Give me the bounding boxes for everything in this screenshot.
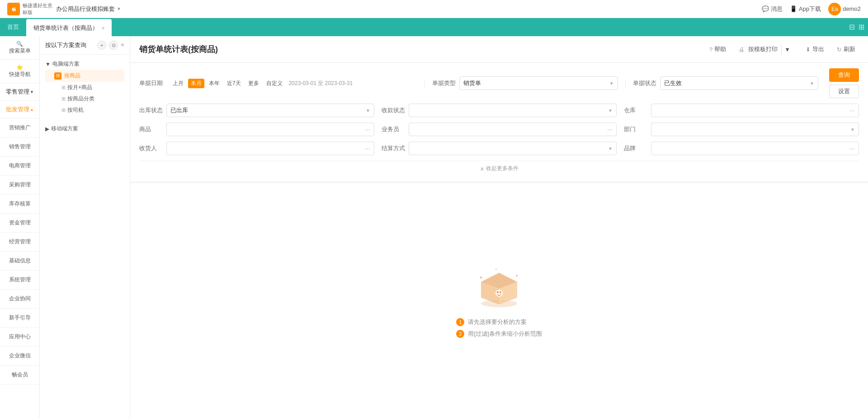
brand-control[interactable]: ··· bbox=[651, 142, 859, 155]
dept-label: 部门 bbox=[624, 125, 651, 133]
filter-collapse-btn[interactable]: « bbox=[121, 41, 124, 50]
sidebar-item-basic[interactable]: 基础信息 bbox=[0, 252, 39, 271]
date-quick-btns: 上月 本月 本年 近7天 更多 自定义 bbox=[170, 79, 285, 88]
sidebar-nav-label: 快捷导航 bbox=[4, 71, 36, 78]
sidebar-item-sales[interactable]: 销售管理 bbox=[0, 138, 39, 157]
collapse-arrow: ∧ bbox=[480, 166, 484, 172]
empty-state: ✦ ✦ ✦ 1 请先选择要分析的方案 2 用[过滤]条件来缩小分析范围 bbox=[130, 183, 868, 418]
svg-text:畅: 畅 bbox=[12, 7, 16, 12]
sidebar-item-member[interactable]: 畅会员 bbox=[0, 366, 39, 385]
salesman-control[interactable]: ··· bbox=[409, 123, 617, 136]
filter-settings-btn[interactable]: ⊙ bbox=[109, 41, 118, 50]
sidebar-nav[interactable]: ⭐ 快捷导航 bbox=[0, 60, 39, 83]
stock-status-value: 已出库 bbox=[170, 106, 366, 114]
sidebar-item-wholesale[interactable]: 批发管理 ▲ bbox=[0, 101, 39, 119]
message-btn[interactable]: 💬 消息 bbox=[762, 5, 783, 13]
dept-control[interactable]: ▼ bbox=[651, 123, 859, 136]
export-icon: ⬇ bbox=[806, 46, 811, 53]
sidebar-item-inventory[interactable]: 库存核算 bbox=[0, 195, 39, 214]
filter-group-desktop-arrow: ▼ bbox=[45, 61, 51, 67]
date-field: 单据日期 上月 本月 本年 近7天 更多 自定义 2023-03-01 至 20… bbox=[139, 79, 417, 88]
query-btn[interactable]: 查询 bbox=[829, 68, 859, 82]
right-actions: 查询 设置 bbox=[829, 68, 859, 98]
sidebar-item-guide[interactable]: 新手引导 bbox=[0, 309, 39, 328]
main-layout: 🔍 搜索菜单 ⭐ 快捷导航 零售管理 ▼ 批发管理 ▲ 营销推广 销售管理 电商… bbox=[0, 36, 868, 418]
date-btn-this-month[interactable]: 本月 bbox=[188, 79, 204, 88]
receiver-control[interactable]: ··· bbox=[166, 142, 374, 155]
sidebar-item-collab[interactable]: 企业协同 bbox=[0, 290, 39, 309]
brand-dots[interactable]: ··· bbox=[849, 145, 855, 152]
sidebar-item-system[interactable]: 系统管理 bbox=[0, 271, 39, 290]
sidebar-search-label: 搜索菜单 bbox=[4, 47, 36, 55]
goods-label: 商品 bbox=[139, 125, 166, 133]
filter-sub-item-driver[interactable]: ⊞ 按司机 bbox=[45, 104, 124, 116]
svg-point-9 bbox=[500, 291, 501, 293]
tab-home[interactable]: 首页 bbox=[0, 18, 26, 36]
refresh-btn[interactable]: ↻ 刷新 bbox=[833, 43, 859, 55]
payment-status-arrow: ▼ bbox=[608, 108, 613, 113]
sidebar-item-retail[interactable]: 零售管理 ▼ bbox=[0, 83, 39, 101]
filter-add-btn[interactable]: + bbox=[97, 41, 106, 50]
payment-status-control[interactable]: ▼ bbox=[409, 104, 617, 117]
filter-panel-header-actions: + ⊙ « bbox=[97, 41, 124, 50]
print-arrow[interactable]: ▼ bbox=[781, 44, 793, 55]
order-status-label: 单据状态 bbox=[633, 79, 660, 87]
sidebar-search[interactable]: 🔍 搜索菜单 bbox=[0, 36, 39, 60]
page-actions: ? 帮助 🖨 按模板打印 ▼ ⬇ 导出 ↻ 刷新 bbox=[706, 42, 859, 57]
top-header: 畅 畅捷通好生意 标版 办公用品行业模拟账套 ▼ 💬 消息 📱 App下载 Ea… bbox=[0, 0, 868, 18]
warehouse-control[interactable]: ··· bbox=[651, 104, 859, 117]
order-type-label: 单据类型 bbox=[432, 79, 459, 87]
date-btn-last-month[interactable]: 上月 bbox=[170, 79, 186, 88]
print-btn[interactable]: 🖨 按模板打印 ▼ bbox=[735, 42, 797, 57]
export-btn[interactable]: ⬇ 导出 bbox=[802, 43, 828, 55]
app-download-btn[interactable]: 📱 App下载 bbox=[790, 5, 821, 13]
filter-sub-item-month-goods[interactable]: ⊞ 按月+商品 bbox=[45, 82, 124, 93]
date-btn-custom[interactable]: 自定义 bbox=[264, 79, 285, 88]
collapse-bar[interactable]: ∧ 收起更多条件 bbox=[139, 161, 859, 176]
goods-field: 商品 ··· bbox=[139, 123, 374, 136]
salesman-dots[interactable]: ··· bbox=[607, 126, 613, 133]
page-title: 销货单统计表(按商品) bbox=[139, 44, 218, 55]
goods-control[interactable]: ··· bbox=[166, 123, 374, 136]
order-type-control[interactable]: 销货单 ▼ bbox=[459, 76, 618, 90]
sidebar: 🔍 搜索菜单 ⭐ 快捷导航 零售管理 ▼ 批发管理 ▲ 营销推广 销售管理 电商… bbox=[0, 36, 40, 418]
settings-btn[interactable]: 设置 bbox=[829, 85, 859, 98]
sidebar-item-ops[interactable]: 经营管理 bbox=[0, 233, 39, 252]
filter-group-mobile-header[interactable]: ▶ 移动端方案 bbox=[45, 123, 124, 134]
date-btn-7days[interactable]: 近7天 bbox=[224, 79, 244, 88]
filter-sub-item-goods-cat[interactable]: ⊞ 按商品分类 bbox=[45, 93, 124, 104]
sidebar-item-marketing[interactable]: 营销推广 bbox=[0, 119, 39, 138]
filter-group-desktop: ▼ 电脑端方案 按 按商品 ⊞ 按月+商品 ⊞ 按商品分类 bbox=[40, 55, 130, 119]
user-area[interactable]: Ea demo2 bbox=[828, 3, 861, 15]
date-btn-this-year[interactable]: 本年 bbox=[206, 79, 222, 88]
sidebar-item-finance[interactable]: 资金管理 bbox=[0, 214, 39, 233]
sidebar-item-apps[interactable]: 应用中心 bbox=[0, 328, 39, 347]
date-label: 单据日期 bbox=[139, 79, 166, 87]
page-header: 销货单统计表(按商品) ? 帮助 🖨 按模板打印 ▼ ⬇ 导出 bbox=[130, 36, 868, 63]
receiver-dots[interactable]: ··· bbox=[365, 145, 370, 152]
warehouse-dots[interactable]: ··· bbox=[849, 107, 855, 114]
date-btn-more[interactable]: 更多 bbox=[245, 79, 262, 88]
sidebar-item-ecom[interactable]: 电商管理 bbox=[0, 157, 39, 176]
help-label: 帮助 bbox=[714, 45, 726, 53]
order-status-control[interactable]: 已生效 ▼ bbox=[660, 76, 818, 90]
sidebar-wholesale-arrow: ▲ bbox=[30, 108, 34, 112]
stock-status-control[interactable]: 已出库 ▼ bbox=[166, 104, 374, 117]
tab-active[interactable]: 销货单统计表（按商品） × bbox=[26, 19, 112, 37]
tab-maximize-btn[interactable]: ⊞ bbox=[859, 24, 864, 31]
sidebar-item-wechat[interactable]: 企业微信 bbox=[0, 347, 39, 366]
brand-field: 品牌 ··· bbox=[624, 142, 859, 155]
filter-item-by-goods[interactable]: 按 按商品 bbox=[45, 70, 124, 82]
goods-dots[interactable]: ··· bbox=[365, 126, 370, 133]
filter-group-mobile-label: 移动端方案 bbox=[51, 125, 78, 133]
help-btn[interactable]: ? 帮助 bbox=[706, 43, 730, 55]
filter-group-desktop-header[interactable]: ▼ 电脑端方案 bbox=[45, 58, 124, 70]
settlement-control[interactable]: ▼ bbox=[409, 142, 617, 155]
workspace-selector[interactable]: 办公用品行业模拟账套 ▼ bbox=[56, 5, 121, 13]
tab-close-icon[interactable]: × bbox=[102, 25, 104, 31]
empty-state-image: ✦ ✦ ✦ bbox=[472, 264, 526, 309]
sub-item-driver-icon: ⊞ bbox=[61, 107, 66, 113]
sidebar-item-purchase[interactable]: 采购管理 bbox=[0, 176, 39, 195]
receiver-label: 收货人 bbox=[139, 144, 166, 152]
tab-minimize-btn[interactable]: ⊟ bbox=[849, 24, 855, 31]
